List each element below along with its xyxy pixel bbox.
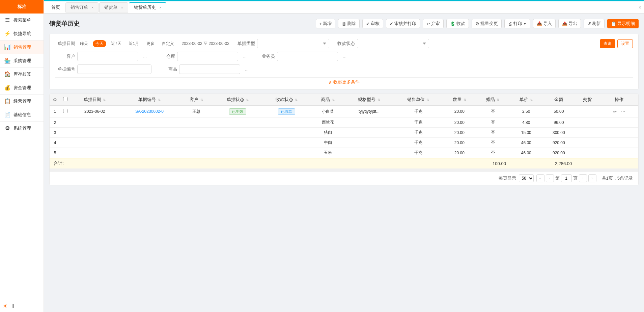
cell-date (70, 148, 119, 158)
type-filter-label: 单据类型 (235, 41, 255, 47)
batch-change-button[interactable]: ⚙ 批量变更 (472, 19, 502, 28)
refresh-button[interactable]: ↺ 刷新 (584, 19, 605, 28)
col-checkbox[interactable] (60, 94, 70, 106)
sidebar-item-sales[interactable]: 📊 销售管理 (0, 41, 44, 54)
sort-price-icon: ⇅ (530, 98, 533, 102)
col-spec[interactable]: 规格型号 ⇅ (344, 94, 393, 106)
col-config[interactable]: ⚙ (50, 94, 60, 106)
cell-checkbox[interactable] (60, 128, 70, 138)
collapse-button[interactable]: ∧ 收起更多条件 (55, 77, 633, 86)
date-chip-today[interactable]: 今天 (93, 40, 106, 47)
col-customer[interactable]: 客户 ⇅ (179, 94, 213, 106)
import-icon: 📥 (537, 21, 542, 26)
date-chip-custom[interactable]: 自定义 (159, 40, 177, 47)
export-button[interactable]: 📤 导出 (558, 19, 581, 28)
col-goods[interactable]: 商品 ⇅ (311, 94, 344, 106)
last-page-button[interactable]: » (588, 174, 596, 182)
tab-sales-history[interactable]: 销货单历史 × (129, 2, 166, 12)
tab-sales-history-close[interactable]: × (159, 5, 161, 9)
settings-button[interactable]: 设置 (617, 39, 633, 48)
next-page-button[interactable]: › (579, 174, 587, 182)
cell-customer (179, 148, 213, 158)
audit-print-button[interactable]: ✔ 审核并打印 (386, 19, 420, 28)
customer-filter-input[interactable] (77, 52, 138, 61)
import-button[interactable]: 📥 导入 (533, 19, 556, 28)
col-doc-status[interactable]: 单据状态 ⇅ (213, 94, 262, 106)
type-filter-select[interactable] (257, 39, 329, 48)
first-page-button[interactable]: « (536, 174, 544, 182)
audit-button[interactable]: ✔ 审核 (362, 19, 383, 28)
sidebar-item-system[interactable]: ⚙ 系统管理 (0, 122, 44, 135)
collect-button[interactable]: 💲 收款 (446, 19, 469, 28)
staff-ellipsis-btn[interactable]: ... (340, 53, 349, 60)
warehouse-filter-input[interactable] (177, 52, 238, 61)
sidebar-item-finance[interactable]: 💰 资金管理 (0, 81, 44, 95)
warehouse-ellipsis-btn[interactable]: ... (240, 53, 249, 60)
table-config-icon[interactable]: ⚙ (53, 97, 57, 102)
cell-amount: 300.00 (543, 128, 575, 138)
more-action-btn[interactable]: ⋯ (620, 108, 627, 115)
pagination: 每页显示 50 « ‹ 第 页 › » 共1页，5条记录 (50, 171, 638, 185)
delete-button[interactable]: 🗑 删除 (338, 19, 360, 28)
add-button[interactable]: + 新增 (316, 19, 336, 28)
window-close-button[interactable]: × (639, 5, 641, 10)
goods-filter-input[interactable] (179, 64, 240, 74)
cell-checkbox[interactable] (60, 148, 70, 158)
sidebar-item-purchase[interactable]: 🏪 采购管理 (0, 54, 44, 68)
sort-docno-icon: ⇅ (158, 98, 161, 102)
tab-sales-goods-close[interactable]: × (121, 5, 123, 9)
date-chip-7days[interactable]: 近7天 (108, 40, 124, 47)
date-chip-1month[interactable]: 近1月 (126, 40, 142, 47)
prev-page-button[interactable]: ‹ (546, 174, 554, 182)
col-pay-status[interactable]: 收款状态 ⇅ (262, 94, 311, 106)
tab-home[interactable]: 首页 (47, 2, 65, 12)
date-chip-yesterday[interactable]: 昨天 (77, 40, 91, 47)
tab-sales-order[interactable]: 销售订单 × (65, 2, 99, 12)
col-gift[interactable]: 赠品 ⇅ (476, 94, 509, 106)
sidebar-item-inventory[interactable]: 🏠 库存核算 (0, 68, 44, 81)
sidebar-bottom-icon2[interactable]: ⏸ (10, 303, 16, 309)
sidebar-item-quick-nav[interactable]: ⚡ 快捷导航 (0, 27, 44, 41)
page-number-input[interactable] (561, 174, 572, 182)
cell-checkbox[interactable] (60, 106, 70, 118)
row-checkbox[interactable] (63, 109, 67, 113)
sidebar-item-label: 快捷导航 (13, 31, 31, 37)
col-date[interactable]: 单据日期 ⇅ (70, 94, 119, 106)
tab-sales-order-close[interactable]: × (91, 5, 93, 9)
show-detail-button[interactable]: 📋 显示明细 (607, 19, 639, 28)
col-docno[interactable]: 单据编号 ⇅ (119, 94, 179, 106)
cell-doc-status (213, 148, 262, 158)
cell-checkbox[interactable] (60, 118, 70, 128)
sidebar-item-basic-info[interactable]: 📄 基础信息 (0, 108, 44, 122)
col-docno-label: 单据编号 (138, 97, 156, 102)
print-button[interactable]: 🖨 打印 ▼ (504, 19, 530, 28)
cell-actions (600, 138, 638, 148)
sidebar-item-operation[interactable]: 📋 经营管理 (0, 95, 44, 108)
sidebar-bottom-icon1[interactable]: ☀ (3, 303, 7, 309)
payment-filter-select[interactable] (357, 39, 429, 48)
col-unit[interactable]: 销售单位 ⇅ (394, 94, 443, 106)
abandon-button[interactable]: ↩ 弃审 (423, 19, 444, 28)
cell-docno (119, 128, 179, 138)
col-qty[interactable]: 数量 ⇅ (443, 94, 476, 106)
page-header: 销货单历史 + 新增 🗑 删除 ✔ 审核 ✔ 审核并打印 (49, 19, 639, 28)
per-page-select[interactable]: 50 (519, 174, 534, 182)
goods-ellipsis-btn[interactable]: ... (242, 66, 251, 73)
horizontal-scrollbar[interactable] (50, 168, 638, 171)
select-all-checkbox[interactable] (63, 97, 67, 101)
sales-icon: 📊 (4, 44, 11, 50)
query-button[interactable]: 查询 (600, 39, 615, 48)
customer-ellipsis-btn[interactable]: ... (140, 53, 149, 60)
cell-checkbox[interactable] (60, 138, 70, 148)
staff-filter-input[interactable] (277, 52, 338, 61)
filter-panel: 单据日期 昨天 今天 近7天 近1月 更多 自定义 2023-06-02 至 2… (49, 34, 639, 89)
tab-sales-goods[interactable]: 销货单 × (99, 2, 128, 12)
sidebar-item-label: 搜索菜单 (13, 17, 31, 23)
doc-status-badge: 已生效 (229, 108, 246, 115)
col-goods-label: 商品 (321, 97, 330, 102)
docno-filter-input[interactable] (77, 64, 151, 74)
edit-action-btn[interactable]: ✏ (611, 108, 619, 115)
date-chip-more[interactable]: 更多 (144, 40, 157, 47)
col-price[interactable]: 单价 ⇅ (509, 94, 543, 106)
sidebar-item-search-menu[interactable]: ☰ 搜索菜单 (0, 14, 44, 27)
